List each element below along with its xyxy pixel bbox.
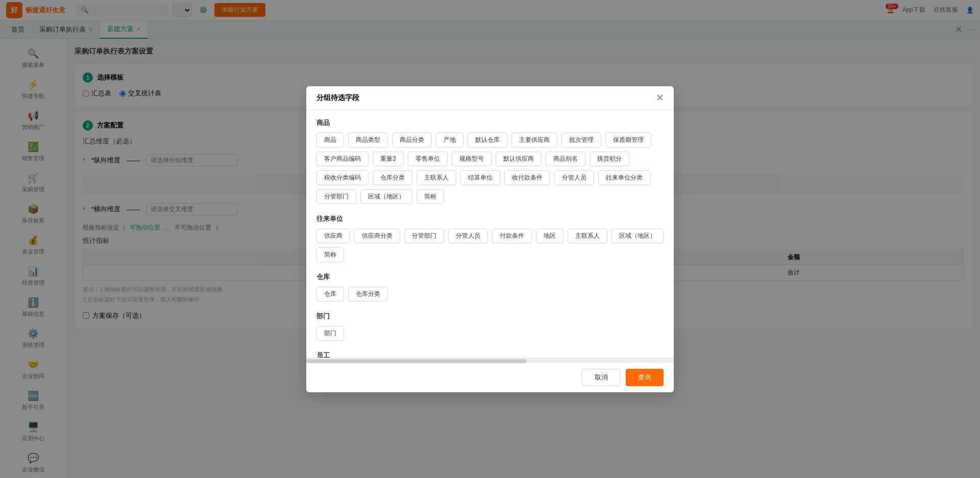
field-tag[interactable]: 仓库分类: [373, 170, 412, 185]
field-section-warehouse-title: 仓库: [316, 272, 664, 282]
field-tag[interactable]: 分管部门: [316, 189, 356, 204]
field-tag[interactable]: 收付款条件: [504, 170, 550, 185]
field-tag[interactable]: 保质期管理: [605, 133, 651, 147]
field-tag[interactable]: 简称: [316, 247, 344, 262]
field-tag[interactable]: 产地: [436, 133, 463, 147]
field-section-dept: 部门 部门: [316, 312, 664, 341]
field-tag[interactable]: 仓库: [316, 287, 344, 301]
modal-hscroll-thumb: [306, 359, 527, 363]
modal-body: 商品 商品 商品类型 商品分类 产地 默认仓库 主要供应商 批次管理 保质期管理…: [306, 110, 674, 358]
field-tag[interactable]: 简称: [416, 189, 444, 204]
modal-cancel-button[interactable]: 取消: [582, 369, 621, 386]
field-tags-dept: 部门: [316, 326, 664, 341]
field-section-goods: 商品 商品 商品类型 商品分类 产地 默认仓库 主要供应商 批次管理 保质期管理…: [316, 118, 664, 204]
modal: 分组待选字段 ✕ 商品 商品 商品类型 商品分类 产地 默认仓库 主要供应商 批…: [306, 86, 674, 392]
field-tag[interactable]: 默认供应商: [496, 152, 542, 166]
field-section-dept-title: 部门: [316, 312, 664, 321]
modal-close-button[interactable]: ✕: [656, 93, 664, 103]
modal-hscroll[interactable]: [306, 358, 674, 362]
field-tag[interactable]: 分管人员: [554, 170, 594, 185]
modal-confirm-button[interactable]: 查询: [626, 369, 664, 386]
field-tag[interactable]: 税收分类编码: [316, 170, 369, 185]
field-tag[interactable]: 批次管理: [561, 133, 601, 147]
field-tag[interactable]: 供应商: [316, 229, 350, 243]
field-tag[interactable]: 主联系人: [568, 229, 607, 243]
field-section-staff-title: 员工: [316, 351, 664, 358]
field-tag[interactable]: 拣货积分: [590, 152, 629, 166]
modal-title: 分组待选字段: [316, 93, 359, 103]
field-tag[interactable]: 主联系人: [416, 170, 456, 185]
field-tag[interactable]: 商品类型: [348, 133, 388, 147]
field-section-staff: 员工 业务员: [316, 351, 664, 358]
field-tags-warehouse: 仓库 仓库分类: [316, 287, 664, 301]
modal-header: 分组待选字段 ✕: [306, 86, 674, 110]
field-tag[interactable]: 仓库分类: [348, 287, 388, 301]
field-tags-goods: 商品 商品类型 商品分类 产地 默认仓库 主要供应商 批次管理 保质期管理 客户…: [316, 133, 664, 204]
modal-overlay[interactable]: 分组待选字段 ✕ 商品 商品 商品类型 商品分类 产地 默认仓库 主要供应商 批…: [0, 0, 980, 478]
field-section-partner-title: 往来单位: [316, 214, 664, 223]
field-tag[interactable]: 部门: [316, 326, 344, 341]
field-section-partner: 往来单位 供应商 供应商分类 分管部门 分管人员 付款条件 地区 主联系人 区域…: [316, 214, 664, 262]
field-tag[interactable]: 供应商分类: [354, 229, 400, 243]
field-tag[interactable]: 重量3: [373, 152, 404, 166]
field-tag[interactable]: 区域（地区）: [611, 229, 664, 243]
field-tag[interactable]: 客户商品编码: [316, 152, 369, 166]
field-tag[interactable]: 往来单位分类: [598, 170, 650, 185]
field-tag[interactable]: 结算单位: [460, 170, 500, 185]
field-tags-partner: 供应商 供应商分类 分管部门 分管人员 付款条件 地区 主联系人 区域（地区） …: [316, 229, 664, 262]
field-tag[interactable]: 默认仓库: [468, 133, 507, 147]
field-tag[interactable]: 地区: [536, 229, 564, 243]
field-section-warehouse: 仓库 仓库 仓库分类: [316, 272, 664, 301]
field-tag[interactable]: 分管人员: [448, 229, 488, 243]
field-tag[interactable]: 商品别名: [546, 152, 585, 166]
field-tag[interactable]: 商品分类: [392, 133, 432, 147]
field-tag[interactable]: 商品: [316, 133, 344, 147]
field-tag[interactable]: 付款条件: [492, 229, 532, 243]
field-tag[interactable]: 分管部门: [404, 229, 444, 243]
modal-footer: 取消 查询: [306, 362, 674, 392]
field-tag[interactable]: 区域（地区）: [360, 189, 412, 204]
field-section-goods-title: 商品: [316, 118, 664, 128]
field-tag[interactable]: 主要供应商: [511, 133, 557, 147]
field-tag[interactable]: 零售单位: [408, 152, 448, 166]
field-tag[interactable]: 规格型号: [452, 152, 492, 166]
